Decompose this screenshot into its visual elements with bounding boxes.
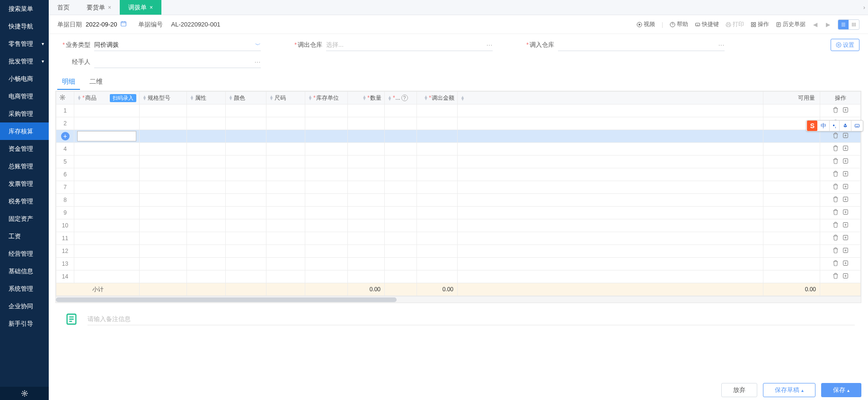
- cell[interactable]: [458, 194, 763, 207]
- cell[interactable]: [266, 168, 305, 181]
- cell[interactable]: [763, 232, 820, 245]
- cell[interactable]: [266, 258, 305, 270]
- cell[interactable]: [385, 156, 417, 168]
- delete-row-icon[interactable]: [833, 196, 839, 204]
- table-row[interactable]: 10: [56, 219, 861, 232]
- table-row[interactable]: 8: [56, 194, 861, 207]
- cell[interactable]: [417, 117, 458, 130]
- cell[interactable]: [458, 207, 763, 219]
- insert-row-icon[interactable]: [842, 273, 849, 280]
- cell[interactable]: [385, 270, 417, 283]
- insert-row-icon[interactable]: [842, 247, 849, 255]
- insert-row-icon[interactable]: [842, 196, 849, 204]
- table-row[interactable]: 9: [56, 207, 861, 219]
- delete-row-icon[interactable]: [833, 145, 839, 153]
- cell[interactable]: [74, 207, 140, 219]
- cell[interactable]: [348, 232, 385, 245]
- cell[interactable]: [458, 181, 763, 194]
- cell[interactable]: [305, 270, 348, 283]
- cell[interactable]: [305, 143, 348, 156]
- cell[interactable]: [187, 130, 226, 143]
- ime-lang[interactable]: 中: [818, 121, 829, 131]
- cell[interactable]: [348, 104, 385, 117]
- insert-row-icon[interactable]: [842, 107, 849, 114]
- column-config-icon[interactable]: [56, 92, 74, 104]
- cell[interactable]: [417, 207, 458, 219]
- cell[interactable]: [305, 156, 348, 168]
- ime-keyboard-icon[interactable]: [851, 121, 863, 131]
- remark-input[interactable]: [88, 313, 855, 325]
- table-row[interactable]: 1: [56, 104, 861, 117]
- cell[interactable]: [266, 143, 305, 156]
- cell[interactable]: [74, 258, 140, 270]
- delete-row-icon[interactable]: [833, 222, 839, 229]
- view-list-icon[interactable]: [838, 20, 849, 29]
- cell[interactable]: [348, 117, 385, 130]
- cell[interactable]: [226, 245, 266, 258]
- cell[interactable]: [348, 156, 385, 168]
- cell[interactable]: [458, 168, 763, 181]
- delete-row-icon[interactable]: [833, 132, 839, 140]
- sidebar-item[interactable]: 经营管理: [0, 245, 49, 262]
- cell[interactable]: [417, 232, 458, 245]
- ime-mic-icon[interactable]: [839, 121, 851, 131]
- cell[interactable]: [74, 270, 140, 283]
- tab-detail[interactable]: 明细: [57, 75, 80, 90]
- cell[interactable]: [226, 270, 266, 283]
- cell[interactable]: [226, 130, 266, 143]
- cell[interactable]: [417, 219, 458, 232]
- grid-hscroll[interactable]: [55, 296, 861, 303]
- cell[interactable]: [305, 168, 348, 181]
- cell[interactable]: [417, 245, 458, 258]
- cell[interactable]: [458, 156, 763, 168]
- sidebar-item[interactable]: 电商管理: [0, 87, 49, 105]
- insert-row-icon[interactable]: [842, 171, 849, 178]
- delete-row-icon[interactable]: [833, 183, 839, 191]
- col-attr[interactable]: ▲▼属性: [187, 92, 226, 104]
- cell[interactable]: [266, 219, 305, 232]
- cell[interactable]: [385, 168, 417, 181]
- table-row[interactable]: 7: [56, 181, 861, 194]
- biz-type-select[interactable]: 同价调拨 ﹀: [94, 39, 261, 51]
- cell[interactable]: [305, 245, 348, 258]
- cell[interactable]: [305, 130, 348, 143]
- cell[interactable]: [385, 207, 417, 219]
- cell[interactable]: [385, 181, 417, 194]
- cell[interactable]: [385, 143, 417, 156]
- cell[interactable]: [385, 194, 417, 207]
- insert-row-icon[interactable]: [842, 183, 849, 191]
- cell[interactable]: [763, 207, 820, 219]
- table-row[interactable]: 5: [56, 156, 861, 168]
- close-icon[interactable]: ×: [108, 4, 111, 11]
- delete-row-icon[interactable]: [833, 171, 839, 178]
- cell[interactable]: [187, 232, 226, 245]
- toolbar-help[interactable]: 帮助: [670, 20, 688, 28]
- calendar-icon[interactable]: [120, 20, 127, 28]
- insert-row-icon[interactable]: [842, 235, 849, 242]
- history-next-icon[interactable]: ▶: [825, 21, 831, 28]
- tab[interactable]: 调拨单×: [120, 0, 161, 15]
- toolbar-history[interactable]: 历史单据: [776, 20, 806, 28]
- cell[interactable]: [140, 232, 187, 245]
- cell[interactable]: [266, 207, 305, 219]
- cell[interactable]: [74, 168, 140, 181]
- sidebar-item[interactable]: 搜索菜单: [0, 0, 49, 17]
- cell[interactable]: [458, 130, 763, 143]
- cell[interactable]: [140, 194, 187, 207]
- cell[interactable]: [74, 194, 140, 207]
- cell[interactable]: [266, 156, 305, 168]
- sidebar-settings-icon[interactable]: [0, 387, 49, 400]
- cell[interactable]: [305, 258, 348, 270]
- settings-button[interactable]: 设置: [831, 39, 859, 51]
- cell[interactable]: [458, 258, 763, 270]
- cell[interactable]: [187, 194, 226, 207]
- cell[interactable]: [763, 143, 820, 156]
- cell[interactable]: [763, 156, 820, 168]
- add-row-button[interactable]: +: [61, 132, 70, 140]
- cell[interactable]: [348, 207, 385, 219]
- sidebar-item[interactable]: 批发管理▾: [0, 52, 49, 70]
- cell[interactable]: [385, 130, 417, 143]
- out-wh-select[interactable]: 选择... ···: [326, 39, 493, 51]
- cell[interactable]: [348, 219, 385, 232]
- toolbar-ops[interactable]: 操作: [751, 20, 769, 28]
